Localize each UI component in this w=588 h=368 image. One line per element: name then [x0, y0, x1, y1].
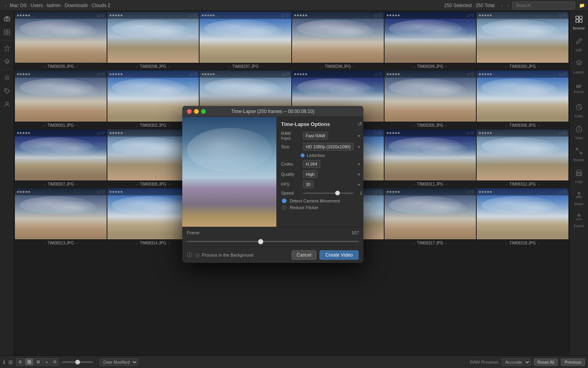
- star-rating[interactable]: ★★★★★: [478, 72, 492, 76]
- breadcrumb-item-1[interactable]: Mac OS: [10, 3, 27, 8]
- sidebar-camera-icon[interactable]: [1, 13, 13, 25]
- thumbnail-cell[interactable]: ★★★★★ □ ♡ ⌐ TIM08317.JPG ¬: [385, 188, 476, 246]
- view-grid-med-btn[interactable]: ⊟: [25, 358, 33, 366]
- favorite-icon[interactable]: ♡: [470, 72, 474, 77]
- favorite-icon[interactable]: ♡: [101, 189, 105, 195]
- detect-camera-checkbox[interactable]: [282, 199, 287, 203]
- star-rating[interactable]: ★★★★★: [109, 13, 123, 17]
- favorite-icon[interactable]: ♡: [101, 13, 105, 18]
- browse-tool[interactable]: Browse: [570, 13, 588, 33]
- close-button[interactable]: [187, 109, 192, 114]
- sidebar-settings-icon[interactable]: [1, 71, 13, 84]
- thumbnail-cell[interactable]: ★★★★★ □ ♡ ⌐ TIM08297.JPG ¬: [200, 12, 291, 70]
- favorite-icon[interactable]: ♡: [563, 13, 567, 18]
- favorite-icon[interactable]: ♡: [101, 72, 105, 77]
- layers-tool[interactable]: Layers: [570, 56, 588, 77]
- breadcrumb-item-5[interactable]: Clouds 2: [92, 3, 110, 8]
- favorite-icon[interactable]: ♡: [193, 72, 197, 77]
- sidebar-person-icon[interactable]: [1, 98, 13, 111]
- folder-browse-icon[interactable]: 📁: [579, 3, 585, 8]
- star-rating[interactable]: ★★★★★: [478, 190, 492, 194]
- thumbnail-cell[interactable]: ★★★★★ □ ♡ ⌐ TIM08301.JPG ¬: [15, 71, 107, 129]
- sidebar-grid-icon[interactable]: [1, 26, 13, 38]
- star-rating[interactable]: ★★★★★: [16, 131, 30, 135]
- thumbnail-cell[interactable]: ★★★★★ □ ♡ ⌐ TIM08295.JPG ¬: [15, 12, 107, 70]
- create-video-button[interactable]: Create Video: [319, 250, 359, 260]
- star-rating[interactable]: ★★★★★: [109, 190, 123, 194]
- favorite-icon[interactable]: ♡: [563, 189, 567, 195]
- frame-slider[interactable]: [187, 241, 359, 242]
- thumbnail-cell[interactable]: ★★★★★ □ ♡ ⌐ TIM08307.JPG ¬: [15, 129, 107, 188]
- star-rating[interactable]: ★★★★★: [478, 131, 492, 135]
- thumbnail-cell[interactable]: ★★★★★ □ ♡ ⌐ TIM08318.JPG ¬: [477, 188, 568, 246]
- favorite-icon[interactable]: ♡: [378, 131, 382, 136]
- resize-tool[interactable]: Resize: [570, 144, 588, 165]
- quality-select[interactable]: High: [303, 170, 318, 178]
- cancel-button[interactable]: Cancel: [292, 250, 316, 260]
- star-rating[interactable]: ★★★★★: [16, 72, 30, 76]
- back-button[interactable]: ‹: [3, 2, 8, 9]
- sidebar-layers-icon[interactable]: [1, 55, 13, 68]
- thumbnail-cell[interactable]: ★★★★★ □ ♡ ⌐ TIM08306.JPG ¬: [477, 71, 568, 129]
- sidebar-star-icon[interactable]: [1, 42, 13, 55]
- export-tool[interactable]: Export: [570, 210, 588, 231]
- next-arrow[interactable]: ›: [506, 2, 511, 9]
- accuracy-select[interactable]: Accurate: [502, 359, 531, 366]
- grid-small-icon[interactable]: ⊞: [8, 359, 13, 365]
- star-rating[interactable]: ★★★★★: [386, 131, 400, 135]
- view-compare-btn[interactable]: ⧉: [51, 358, 59, 366]
- favorite-icon[interactable]: ♡: [378, 13, 382, 18]
- star-rating[interactable]: ★★★★★: [294, 13, 307, 17]
- prev-arrow[interactable]: ‹: [499, 2, 505, 9]
- view-grid-large-btn[interactable]: ⊠: [34, 358, 42, 366]
- star-rating[interactable]: ★★★★★: [294, 72, 307, 76]
- breadcrumb-item-4[interactable]: Downloads: [65, 3, 88, 8]
- star-rating[interactable]: ★★★★★: [16, 190, 30, 194]
- focus-tool[interactable]: AF Focus: [570, 78, 588, 99]
- previous-button[interactable]: Previous: [561, 359, 585, 366]
- print-tool[interactable]: Print: [570, 166, 588, 187]
- thumbnail-cell[interactable]: ★★★★★ □ ♡ ⌐ TIM08311.JPG ¬: [385, 129, 476, 188]
- thumbnail-cell[interactable]: ★★★★★ □ ♡ ⌐ TIM08305.JPG ¬: [385, 71, 476, 129]
- thumbnail-cell[interactable]: ★★★★★ □ ♡ ⌐ TIM08296.JPG ¬: [107, 12, 199, 70]
- star-rating[interactable]: ★★★★★: [109, 131, 123, 135]
- star-rating[interactable]: ★★★★★: [386, 72, 400, 76]
- thumbnail-cell[interactable]: ★★★★★ □ ♡ ⌐ TIM08298.JPG ¬: [292, 12, 384, 70]
- info-icon[interactable]: ℹ: [3, 359, 5, 365]
- favorite-icon[interactable]: ♡: [378, 72, 382, 77]
- edit-tool[interactable]: Edit: [570, 35, 588, 55]
- view-list-btn[interactable]: ≡: [43, 358, 50, 366]
- thumbnail-cell[interactable]: ★★★★★ □ ♡ ⌐ TIM08312.JPG ¬: [477, 129, 568, 188]
- info-button[interactable]: ⓘ: [187, 251, 192, 259]
- star-rating[interactable]: ★★★★★: [386, 190, 400, 194]
- sidebar-tag-icon[interactable]: [1, 85, 13, 97]
- options-reset-icon[interactable]: ↺: [358, 121, 362, 127]
- maximize-button[interactable]: [201, 109, 206, 114]
- minimize-button[interactable]: [194, 109, 199, 114]
- color-tool[interactable]: Color: [570, 100, 588, 121]
- codec-select[interactable]: H.264: [303, 160, 320, 168]
- sort-select[interactable]: Date Modified: [100, 359, 138, 366]
- process-background-radio[interactable]: [195, 253, 200, 257]
- time-tool[interactable]: Time: [570, 122, 588, 143]
- favorite-icon[interactable]: ♡: [470, 13, 474, 18]
- breadcrumb-item-2[interactable]: Users: [31, 3, 43, 8]
- star-rating[interactable]: ★★★★★: [201, 13, 215, 17]
- fps-select[interactable]: 30: [303, 180, 314, 188]
- favorite-icon[interactable]: ♡: [563, 131, 567, 136]
- breadcrumb-item-3[interactable]: ladmin: [47, 3, 60, 8]
- star-rating[interactable]: ★★★★★: [386, 13, 400, 17]
- thumbnail-cell[interactable]: ★★★★★ □ ♡ ⌐ TIM08300.JPG ¬: [477, 12, 568, 70]
- star-rating[interactable]: ★★★★★: [201, 72, 215, 76]
- zoom-slider[interactable]: [62, 361, 93, 363]
- size-select[interactable]: HD 1080p (1920x1080): [303, 143, 354, 151]
- star-rating[interactable]: ★★★★★: [16, 13, 30, 17]
- view-grid-btn[interactable]: ⊞: [16, 358, 24, 366]
- speed-slider[interactable]: [303, 193, 354, 194]
- thumbnail-cell[interactable]: ★★★★★ □ ♡ ⌐ TIM08313.JPG ¬: [15, 188, 107, 246]
- favorite-icon[interactable]: ♡: [378, 189, 382, 195]
- favorite-icon[interactable]: ♡: [470, 189, 474, 195]
- thumbnail-cell[interactable]: ★★★★★ □ ♡ ⌐ TIM08299.JPG ¬: [385, 12, 476, 70]
- reset-all-button[interactable]: Reset All: [534, 359, 558, 366]
- favorite-icon[interactable]: ♡: [101, 131, 105, 136]
